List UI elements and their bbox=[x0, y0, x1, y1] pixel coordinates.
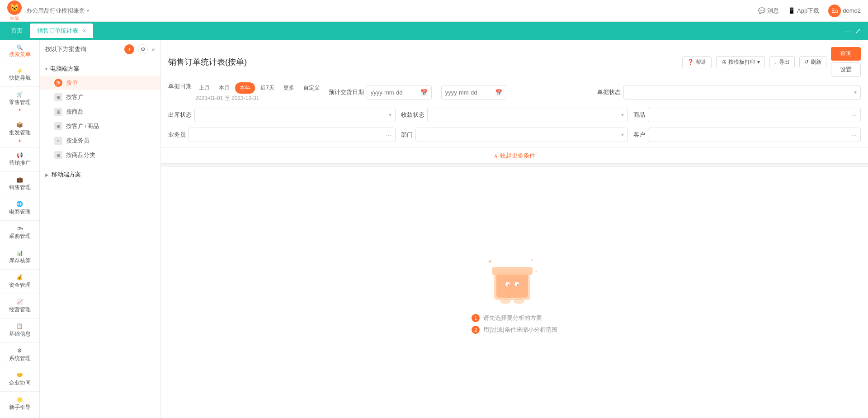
sidebar-search[interactable]: 🔍 搜索菜单 bbox=[0, 40, 39, 63]
sidebar-item-basic[interactable]: 📋 基础信息 bbox=[0, 318, 39, 343]
this-year-btn[interactable]: 本年 bbox=[235, 82, 255, 94]
collapse-label: 收起更多条件 bbox=[500, 152, 535, 160]
hint-text-1: 请先选择要分析的方案 bbox=[483, 314, 542, 322]
department-select[interactable]: ▾ bbox=[415, 128, 628, 142]
scheme-item-by-product[interactable]: ⊞ 按商品 bbox=[40, 104, 160, 119]
setting-scheme-button[interactable]: ⚙ bbox=[138, 44, 148, 54]
avatar-text: Ea bbox=[831, 8, 838, 14]
sidebar-item-wholesale[interactable]: 📦 批发管理 ▴ bbox=[0, 117, 39, 147]
finance-icon: 💰 bbox=[16, 274, 23, 280]
more-options-icon[interactable]: ··· bbox=[851, 111, 857, 119]
tab-home[interactable]: 首页 bbox=[4, 24, 30, 38]
customer-input[interactable] bbox=[652, 132, 851, 138]
product-filter: 商品 ··· bbox=[633, 108, 861, 122]
sidebar-item-retail[interactable]: 🛒 零售管理 ▾ bbox=[0, 87, 39, 117]
sidebar-item-marketing[interactable]: 📢 营销推广 bbox=[0, 147, 39, 172]
add-scheme-button[interactable]: + bbox=[124, 44, 134, 54]
hint-number-2: 2 bbox=[472, 326, 480, 334]
retail-icon: 🛒 bbox=[16, 91, 23, 98]
tab-sales-order-stats[interactable]: 销售订单统计表 × bbox=[30, 24, 93, 38]
query-scheme-header: 按以下方案查询 + ⚙ « bbox=[40, 40, 160, 59]
sidebar-item-purchase[interactable]: 🛍 采购管理 bbox=[0, 221, 39, 245]
sidebar-item-inventory[interactable]: 📊 库存核算 bbox=[0, 245, 39, 270]
scheme-pc-label: 电脑端方案 bbox=[50, 65, 80, 73]
scheme-mobile-group[interactable]: ▶ 移动端方案 bbox=[40, 168, 160, 181]
scheme-by-customer-label: 按客户 bbox=[66, 93, 84, 101]
minimize-button[interactable]: — bbox=[844, 27, 851, 35]
page-title: 销售订单统计表(按单) bbox=[168, 57, 247, 67]
right-panel: 销售订单统计表(按单) ❓ 帮助 🖨 按模板打印 ▾ ↓ bbox=[161, 40, 868, 418]
date-separator: — bbox=[434, 89, 439, 96]
help-label: 帮助 bbox=[696, 58, 707, 66]
sidebar-item-finance[interactable]: 💰 资金管理 bbox=[0, 270, 39, 294]
scheme-item-by-staff[interactable]: ≡ 按业务员 bbox=[40, 133, 160, 148]
sidebar-item-ecommerce[interactable]: 🌐 电商管理 bbox=[0, 196, 39, 221]
filter-row-1: 单据日期 上月 本月 本年 近7天 更多 自定义 2023-01-01 至 20… bbox=[168, 82, 861, 102]
expected-delivery-end-input[interactable] bbox=[445, 89, 495, 96]
query-button[interactable]: 查询 bbox=[831, 47, 861, 61]
message-btn[interactable]: 💬 消息 bbox=[758, 7, 779, 15]
nav-tabs: 首页 销售订单统计表 × — ⤢ bbox=[0, 22, 868, 40]
app-name: 办公用品行业模拟账套 bbox=[26, 7, 85, 15]
sidebar-item-sales[interactable]: 💼 销售管理 bbox=[0, 172, 39, 196]
refresh-button[interactable]: ↺ 刷新 bbox=[799, 56, 826, 68]
user-profile[interactable]: Ea demo2 bbox=[828, 5, 861, 17]
customer-control[interactable]: ··· bbox=[648, 128, 861, 142]
export-button[interactable]: ↓ 导出 bbox=[769, 56, 795, 68]
svg-text:✦: ✦ bbox=[530, 257, 534, 262]
collapse-panel-button[interactable]: « bbox=[151, 46, 155, 53]
scheme-pc-group[interactable]: ▾ 电脑端方案 bbox=[40, 62, 160, 76]
shipment-status-select[interactable]: ▾ bbox=[194, 108, 396, 122]
hint-number-1: 1 bbox=[472, 314, 480, 322]
scheme-item-by-customer[interactable]: ⊞ 按客户 bbox=[40, 90, 160, 104]
shortcut-icon: ⚡ bbox=[4, 68, 36, 74]
doc-status-select[interactable]: ▾ bbox=[623, 85, 861, 100]
query-scheme-panel: 按以下方案查询 + ⚙ « ▾ 电脑端方案 按 按单 ⊞ 按 bbox=[40, 40, 161, 418]
app-selector[interactable]: 办公用品行业模拟账套 ▾ bbox=[26, 7, 89, 15]
collapse-more-btn[interactable]: ∧ 收起更多条件 bbox=[161, 147, 868, 163]
expected-delivery-start-box: 📅 bbox=[367, 85, 432, 100]
sidebar-item-operation[interactable]: 📈 经营管理 bbox=[0, 294, 39, 318]
more-options-icon-3[interactable]: ··· bbox=[851, 131, 857, 138]
calendar-icon-2: 📅 bbox=[495, 89, 502, 96]
last7-btn[interactable]: 近7天 bbox=[257, 82, 278, 94]
query-label: 查询 bbox=[840, 50, 852, 57]
help-button[interactable]: ❓ 帮助 bbox=[682, 56, 712, 68]
sidebar-item-newbie[interactable]: 🌟 新手引导 bbox=[0, 392, 39, 416]
scheme-by-cust-prod-label: 按客户+商品 bbox=[66, 122, 99, 130]
sidebar-shortcut-label: 快捷导航 bbox=[4, 74, 36, 82]
scheme-pc-section: ▾ 电脑端方案 按 按单 ⊞ 按客户 ⊞ 按商品 ⊞ 按客户+商品 bbox=[40, 59, 160, 165]
sidebar-item-system[interactable]: ⚙ 系统管理 bbox=[0, 343, 39, 367]
svg-point-4 bbox=[514, 282, 519, 286]
maximize-button[interactable]: ⤢ bbox=[855, 27, 861, 35]
sidebar: 🔍 搜索菜单 ⚡ 快捷导航 🛒 零售管理 ▾ 📦 批发管理 ▴ 📢 营销推广 💼… bbox=[0, 40, 40, 418]
more-options-icon-2[interactable]: ··· bbox=[386, 131, 392, 138]
scheme-item-by-category[interactable]: ⊞ 按商品分类 bbox=[40, 148, 160, 162]
scheme-item-by-order[interactable]: 按 按单 bbox=[40, 76, 160, 90]
scheme-item-by-cust-prod[interactable]: ⊞ 按客户+商品 bbox=[40, 119, 160, 133]
product-input[interactable] bbox=[652, 112, 851, 119]
payment-status-select[interactable]: ▾ bbox=[427, 108, 628, 122]
collapse-icon: ∧ bbox=[494, 152, 498, 159]
sidebar-shortcut[interactable]: ⚡ 快捷导航 bbox=[0, 63, 39, 87]
tab-close-icon[interactable]: × bbox=[83, 28, 86, 34]
this-month-btn[interactable]: 本月 bbox=[215, 82, 233, 94]
app-download-btn[interactable]: 📱 App下载 bbox=[788, 7, 819, 15]
sidebar-search-label: 搜索菜单 bbox=[4, 51, 36, 58]
product-control[interactable]: ··· bbox=[648, 108, 861, 122]
purchase-icon: 🛍 bbox=[17, 225, 23, 232]
expected-delivery-start-input[interactable] bbox=[371, 89, 420, 96]
last-month-btn[interactable]: 上月 bbox=[195, 82, 213, 94]
setting-button[interactable]: 设置 bbox=[831, 62, 861, 77]
refresh-label: 刷新 bbox=[811, 58, 821, 66]
salesperson-input[interactable] bbox=[193, 132, 386, 138]
custom-btn[interactable]: 自定义 bbox=[300, 82, 323, 94]
salesperson-control[interactable]: ··· bbox=[189, 128, 396, 142]
filter-row-2: 出库状态 ▾ 收款状态 ▾ 商品 bbox=[168, 108, 861, 122]
svg-point-11 bbox=[514, 299, 524, 304]
more-btn[interactable]: 更多 bbox=[280, 82, 298, 94]
print-button[interactable]: 🖨 按模板打印 ▾ bbox=[716, 56, 765, 68]
sidebar-marketing-label: 营销推广 bbox=[9, 159, 31, 167]
sidebar-item-corp[interactable]: 🤝 企业协同 bbox=[0, 367, 39, 392]
sidebar-item-appstore[interactable]: 🔲 应用中心 bbox=[0, 416, 39, 418]
